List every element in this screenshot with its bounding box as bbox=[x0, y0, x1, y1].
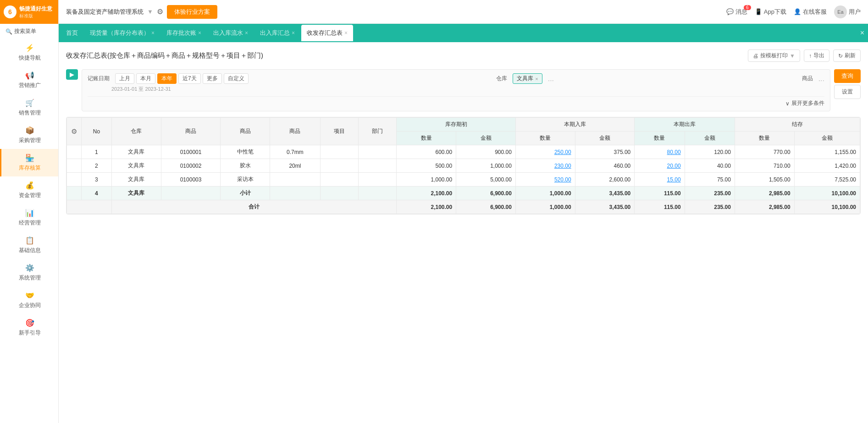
cell-out-qty[interactable]: 15.00 bbox=[635, 173, 685, 187]
tab-home[interactable]: 首页 bbox=[61, 25, 83, 41]
finance-icon: 💰 bbox=[25, 181, 34, 190]
cell-in-qty: 1,000.00 bbox=[515, 187, 575, 200]
filter-expand-button[interactable]: ∨ 展开更多条件 bbox=[785, 99, 824, 107]
col-opening-header: 库存期初 bbox=[397, 118, 515, 132]
settings-button[interactable]: 设置 bbox=[834, 85, 861, 99]
sidebar-item-operations[interactable]: 📊 经营管理 bbox=[0, 204, 58, 231]
online-service-button[interactable]: 👤 在线客服 bbox=[794, 8, 827, 16]
cell-in-qty[interactable]: 520.00 bbox=[515, 173, 575, 187]
footer-closing-qty: 2,985.00 bbox=[735, 200, 794, 214]
col-in-amt-header: 金额 bbox=[575, 132, 635, 145]
sidebar-item-enterprise[interactable]: 🤝 企业协同 bbox=[0, 286, 58, 314]
sidebar-item-label: 企业协同 bbox=[19, 302, 41, 309]
table-row: 4文具库小计2,100.006,900.001,000.003,435.0011… bbox=[67, 187, 860, 200]
tabs-close-all-button[interactable]: × bbox=[858, 27, 866, 39]
filter-area: ▶ 记账日期 上月 本月 本年 近7天 更多 自定义 仓库 bbox=[66, 69, 861, 111]
sales-icon: 🛒 bbox=[25, 99, 34, 107]
filter-warehouse-remove[interactable]: × bbox=[535, 76, 538, 82]
cell-goods-code: 0100001 bbox=[161, 145, 221, 159]
filter-btn-more[interactable]: 更多 bbox=[203, 73, 222, 84]
inventory-icon: 🏪 bbox=[25, 154, 34, 162]
gear-button[interactable]: ⚙ bbox=[157, 7, 163, 16]
cell-in-qty[interactable]: 230.00 bbox=[515, 159, 575, 173]
cell-dept bbox=[359, 159, 397, 173]
cell-opening-amt: 5,000.00 bbox=[456, 173, 516, 187]
footer-in-qty: 1,000.00 bbox=[515, 200, 575, 214]
cell-goods-code: 0100003 bbox=[161, 173, 221, 187]
cell-out-amt: 40.00 bbox=[685, 159, 735, 173]
topbar: 装备及固定资产辅助管理系统 ▼ ⚙ 体验行业方案 💬 消息 6 📱 App下载 … bbox=[59, 0, 868, 24]
tab-flow[interactable]: 出入库流水 × bbox=[208, 25, 254, 41]
cell-in-amt: 3,435.00 bbox=[575, 187, 635, 200]
sidebar-item-search[interactable]: 🔍 搜索菜单 bbox=[0, 24, 58, 39]
filter-btn-last-month[interactable]: 上月 bbox=[115, 73, 134, 84]
tab-inventory-dist-close[interactable]: × bbox=[151, 30, 155, 36]
tab-summary[interactable]: 出入库汇总 × bbox=[254, 25, 300, 41]
query-button[interactable]: 查询 bbox=[834, 69, 861, 83]
sidebar-item-inventory[interactable]: 🏪 库存核算 bbox=[0, 149, 58, 176]
filter-toggle-button[interactable]: ▶ bbox=[66, 69, 78, 80]
sidebar-item-label: 资金管理 bbox=[19, 192, 41, 199]
user-menu[interactable]: Ea 用户 bbox=[834, 5, 861, 18]
sidebar-item-finance[interactable]: 💰 资金管理 bbox=[0, 176, 58, 204]
filter-goods-dots[interactable]: ... bbox=[818, 75, 824, 83]
sidebar-item-system[interactable]: ⚙️ 系统管理 bbox=[0, 259, 58, 286]
search-icon: 🔍 bbox=[6, 28, 12, 35]
sidebar: 6 畅捷通好生意 标准版 🔍 搜索菜单 ⚡ 快捷导航 📢 营销推广 🛒 销售管理… bbox=[0, 0, 59, 423]
filter-btn-custom[interactable]: 自定义 bbox=[224, 73, 249, 84]
sidebar-item-label: 系统管理 bbox=[19, 274, 41, 282]
export-button[interactable]: ↑ 导出 bbox=[804, 49, 829, 62]
tabs-bar: 首页 现货量（库存分布表） × 库存批次账 × 出入库流水 × 出入库汇总 × … bbox=[59, 24, 868, 42]
print-button[interactable]: 🖨 按模板打印 ▼ bbox=[748, 49, 800, 62]
tab-inventory-dist-label: 现货量（库存分布表） bbox=[90, 29, 149, 37]
app-download-button[interactable]: 📱 App下载 bbox=[755, 8, 786, 16]
sidebar-item-quick[interactable]: ⚡ 快捷导航 bbox=[0, 39, 58, 66]
filter-btn-this-year[interactable]: 本年 bbox=[157, 73, 177, 84]
tab-collect-close[interactable]: × bbox=[344, 30, 348, 36]
tab-batch[interactable]: 库存批次账 × bbox=[161, 25, 207, 41]
filter-goods-label: 商品 bbox=[802, 75, 813, 82]
trial-button[interactable]: 体验行业方案 bbox=[167, 5, 217, 19]
table-row: 1文具库0100001中性笔0.7mm600.00900.00250.00375… bbox=[67, 145, 860, 159]
cell-dept bbox=[359, 145, 397, 159]
sidebar-item-basic[interactable]: 📋 基础信息 bbox=[0, 231, 58, 259]
col-opening-qty-header: 数量 bbox=[397, 132, 456, 145]
cell-out-qty[interactable]: 20.00 bbox=[635, 159, 685, 173]
page-title-row: 收发存汇总表(按仓库＋商品编码＋商品＋规格型号＋项目＋部门) 🖨 按模板打印 ▼… bbox=[66, 49, 861, 62]
tab-collect[interactable]: 收发存汇总表 × bbox=[301, 25, 353, 41]
cell-out-amt: 120.00 bbox=[685, 145, 735, 159]
sidebar-item-label: 新手引导 bbox=[19, 329, 41, 337]
filter-btn-this-month[interactable]: 本月 bbox=[136, 73, 155, 84]
cell-out-qty[interactable]: 80.00 bbox=[635, 145, 685, 159]
table-row: 2文具库0100002胶水20ml500.001,000.00230.00460… bbox=[67, 159, 860, 173]
cell-settings bbox=[67, 187, 82, 200]
footer-total-label: 合计 bbox=[111, 200, 397, 214]
cell-warehouse: 文具库 bbox=[111, 159, 161, 173]
filter-row-1: 记账日期 上月 本月 本年 近7天 更多 自定义 仓库 文具库 bbox=[88, 73, 824, 84]
sidebar-item-sales[interactable]: 🛒 销售管理 bbox=[0, 94, 58, 121]
col-settings-header: ⚙ bbox=[67, 118, 82, 145]
tab-inventory-dist[interactable]: 现货量（库存分布表） × bbox=[84, 25, 160, 41]
refresh-label: 刷新 bbox=[845, 52, 856, 60]
topbar-left: 装备及固定资产辅助管理系统 ▼ ⚙ 体验行业方案 bbox=[66, 5, 217, 19]
sidebar-item-guide[interactable]: 🎯 新手引导 bbox=[0, 314, 58, 341]
message-button[interactable]: 💬 消息 6 bbox=[726, 8, 747, 16]
filter-warehouse-dots[interactable]: ... bbox=[548, 75, 554, 83]
cell-in-qty[interactable]: 250.00 bbox=[515, 145, 575, 159]
filter-btn-7days[interactable]: 近7天 bbox=[178, 73, 201, 84]
table-settings-icon[interactable]: ⚙ bbox=[71, 127, 77, 135]
refresh-button[interactable]: ↻ 刷新 bbox=[833, 49, 861, 62]
logo-sub: 标准版 bbox=[19, 13, 52, 19]
tab-flow-close[interactable]: × bbox=[245, 30, 248, 36]
cell-project bbox=[320, 187, 358, 200]
cell-warehouse: 文具库 bbox=[111, 187, 161, 200]
sidebar-item-marketing[interactable]: 📢 营销推广 bbox=[0, 66, 58, 94]
cell-goods-spec: 0.7mm bbox=[270, 145, 320, 159]
cell-closing-qty: 1,505.00 bbox=[735, 173, 794, 187]
cell-project bbox=[320, 145, 358, 159]
main-area: 装备及固定资产辅助管理系统 ▼ ⚙ 体验行业方案 💬 消息 6 📱 App下载 … bbox=[59, 0, 868, 423]
tab-summary-close[interactable]: × bbox=[292, 30, 295, 36]
cell-goods-spec bbox=[270, 173, 320, 187]
tab-batch-close[interactable]: × bbox=[198, 30, 201, 36]
sidebar-item-purchase[interactable]: 📦 采购管理 bbox=[0, 121, 58, 149]
